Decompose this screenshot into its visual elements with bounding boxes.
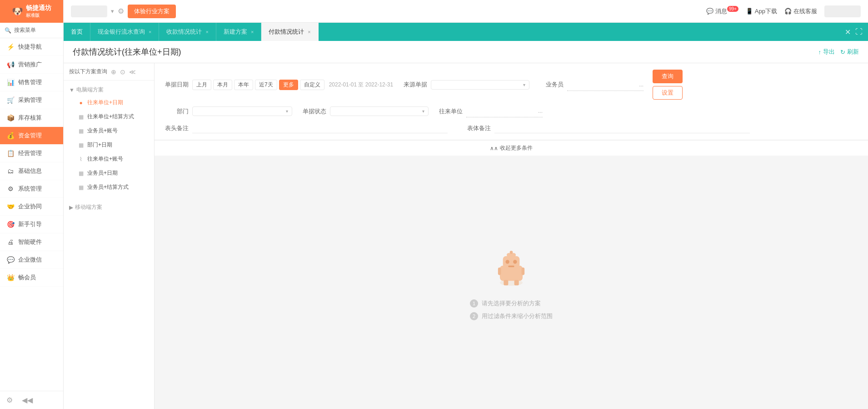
scheme-item-dept-date[interactable]: ▦部门+日期: [64, 138, 154, 152]
source-doc-select[interactable]: ▾: [431, 80, 529, 90]
scheme-item-icon-customer-date: ●: [77, 99, 85, 106]
scheme-item-customer-date[interactable]: ●往来单位+日期: [64, 96, 154, 110]
date-last-month[interactable]: 上月: [192, 80, 211, 90]
search-menu[interactable]: 🔍 搜索菜单: [0, 23, 63, 38]
tab-close-payment-stats[interactable]: ×: [308, 29, 310, 35]
messages-item[interactable]: 💬 消息 99+: [706, 7, 738, 15]
topbar-settings-icon[interactable]: ⚙: [118, 7, 124, 15]
tab-label-home: 首页: [71, 28, 83, 36]
date-this-month[interactable]: 本月: [213, 80, 232, 90]
tabbar-right: ✕ ⛶: [839, 23, 868, 41]
query-btn[interactable]: 查询: [653, 70, 683, 83]
sidebar-item-basic-info[interactable]: 🗂基础信息: [0, 162, 63, 180]
dept-select[interactable]: ▾: [192, 106, 292, 116]
sidebar-item-operation[interactable]: 📋经营管理: [0, 145, 63, 162]
sidebar-icon-member: 👑: [6, 273, 15, 282]
scheme-item-customer-account[interactable]: ⌇往来单位+账号: [64, 152, 154, 166]
tab-payment-stats[interactable]: 付款情况统计×: [261, 23, 318, 41]
sidebar-icon-capital: 💰: [6, 131, 15, 140]
tab-bank-flow[interactable]: 现金银行流水查询×: [90, 23, 159, 41]
staff-input[interactable]: [567, 80, 639, 90]
refresh-btn[interactable]: ↻ 刷新: [840, 48, 859, 56]
sidebar-item-quick-nav[interactable]: ⚡快捷导航: [0, 38, 63, 56]
sidebar-bottom: ⚙ ◀◀: [0, 391, 63, 409]
messages-label: 消息: [715, 7, 727, 15]
scheme-section-title-desktop[interactable]: ▼电脑端方案: [64, 84, 154, 96]
svg-rect-1: [500, 265, 523, 280]
online-service-item[interactable]: 🎧 在线客服: [784, 7, 817, 15]
svg-rect-8: [504, 280, 508, 285]
sidebar-item-guide[interactable]: 🎯新手引导: [0, 216, 63, 233]
scheme-section-title-mobile[interactable]: ▶移动端方案: [64, 202, 154, 213]
sidebar-item-wechat[interactable]: 💬企业微信: [0, 251, 63, 269]
date-custom[interactable]: 自定义: [300, 80, 324, 90]
tab-close-receipt-stats[interactable]: ×: [205, 29, 208, 35]
result-area: 1 请先选择要分析的方案 2 用过滤条件来缩小分析范围: [155, 156, 868, 409]
app-subtitle: 标准版: [26, 12, 51, 19]
partner-more-icon[interactable]: ...: [538, 108, 543, 114]
dropdown-icon[interactable]: ▾: [111, 8, 114, 15]
sidebar-item-inventory[interactable]: 📦库存核算: [0, 109, 63, 127]
staff-more-icon[interactable]: ...: [639, 81, 644, 88]
date-range-value: 2022-01-01 至 2022-12-31: [329, 81, 393, 89]
date-7days[interactable]: 近7天: [255, 80, 277, 90]
scheme-item-staff-date[interactable]: ▦业务员+日期: [64, 166, 154, 180]
tab-home[interactable]: 首页: [64, 23, 90, 41]
sidebar-item-member[interactable]: 👑畅会员: [0, 269, 63, 287]
hint-num-2: 2: [470, 312, 478, 320]
tabs-container: 首页现金银行流水查询×收款情况统计×新建方案×付款情况统计×: [64, 23, 319, 41]
tab-label-bank-flow: 现金银行流水查询: [98, 28, 145, 36]
date-cell: 单据日期 上月 本月 本年 近7天 更多 自定义 2022-01-01 至 20…: [164, 80, 393, 90]
tab-new-scheme[interactable]: 新建方案×: [216, 23, 261, 41]
filter-form: 单据日期 上月 本月 本年 近7天 更多 自定义 2022-01-01 至 20…: [155, 63, 868, 140]
sidebar-icon-guide: 🎯: [6, 220, 15, 228]
scheme-item-customer-settlement[interactable]: ▦往来单位+结算方式: [64, 110, 154, 124]
sidebar-item-system[interactable]: ⚙系统管理: [0, 180, 63, 198]
bill-status-select[interactable]: ▾: [330, 106, 429, 116]
collapse-filter-btn[interactable]: ∧∧ 收起更多条件: [155, 140, 868, 156]
staff-label: 业务员: [539, 81, 564, 89]
close-all-icon[interactable]: ✕: [845, 28, 851, 36]
collapse-panel-icon[interactable]: ≪: [129, 68, 136, 76]
settings-scheme-icon[interactable]: ⊙: [120, 68, 125, 76]
tab-close-new-scheme[interactable]: ×: [251, 29, 254, 35]
trial-btn[interactable]: 体验行业方案: [128, 5, 176, 18]
hint-text-2: 用过滤条件来缩小分析范围: [482, 312, 553, 320]
scheme-item-staff-settlement[interactable]: ▦业务员+结算方式: [64, 180, 154, 194]
add-scheme-icon[interactable]: ⊕: [111, 68, 116, 76]
sidebar-item-enterprise[interactable]: 🤝企业协同: [0, 198, 63, 216]
partner-input[interactable]: [466, 106, 538, 116]
app-download-item[interactable]: 📱 App下载: [746, 7, 777, 15]
sidebar-item-hardware[interactable]: 🖨智能硬件: [0, 233, 63, 251]
date-control: 上月 本月 本年 近7天 更多 自定义 2022-01-01 至 2022-12…: [192, 80, 393, 90]
settings-btn[interactable]: 设置: [653, 86, 683, 100]
page-header-actions: ↑ 导出 ↻ 刷新: [818, 48, 859, 56]
tabbar: 首页现金银行流水查询×收款情况统计×新建方案×付款情况统计× ✕ ⛶: [64, 23, 868, 41]
sidebar-item-marketing[interactable]: 📢营销推广: [0, 56, 63, 74]
body-note-input[interactable]: [494, 123, 750, 133]
sidebar-icon-quick-nav: ⚡: [6, 43, 15, 51]
sidebar-icon-basic-info: 🗂: [6, 167, 15, 175]
date-more[interactable]: 更多: [279, 80, 298, 90]
page-title: 付款情况统计(往来单位+日期): [73, 46, 181, 57]
sidebar-item-sales[interactable]: 📊销售管理: [0, 74, 63, 91]
scheme-item-staff-account[interactable]: ▦业务员+账号: [64, 124, 154, 138]
sidebar-item-capital[interactable]: 💰资金管理: [0, 127, 63, 145]
date-this-year[interactable]: 本年: [234, 80, 253, 90]
header-note-input[interactable]: [192, 123, 448, 133]
user-avatar: [71, 5, 107, 17]
sidebar-label-capital: 资金管理: [18, 131, 42, 140]
date-label: 单据日期: [164, 81, 189, 89]
svg-rect-6: [498, 268, 501, 275]
sidebar-label-marketing: 营销推广: [18, 61, 42, 69]
scheme-item-icon-dept-date: ▦: [77, 141, 85, 149]
tab-receipt-stats[interactable]: 收款情况统计×: [159, 23, 216, 41]
fullscreen-icon[interactable]: ⛶: [855, 28, 863, 36]
export-btn[interactable]: ↑ 导出: [818, 48, 835, 56]
tab-close-bank-flow[interactable]: ×: [149, 29, 151, 35]
dept-label: 部门: [164, 107, 189, 116]
sidebar-item-purchase[interactable]: 🛒采购管理: [0, 91, 63, 109]
header-note-label: 表头备注: [164, 124, 189, 132]
settings-icon[interactable]: ⚙: [6, 396, 13, 404]
collapse-sidebar-icon[interactable]: ◀◀: [22, 396, 33, 404]
